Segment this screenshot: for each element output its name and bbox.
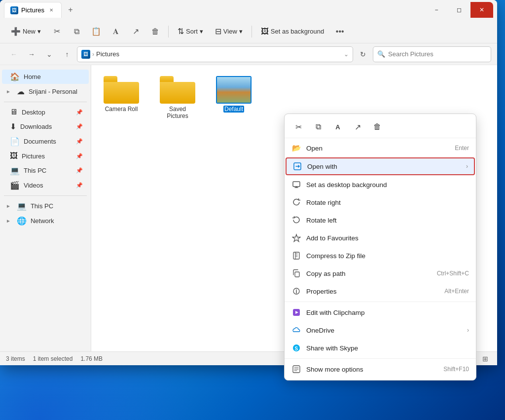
new-tab-button[interactable]: +: [64, 3, 77, 17]
sidebar-item-downloads[interactable]: ⬇ Downloads 📌: [2, 119, 89, 134]
ctx-onedrive[interactable]: OneDrive ›: [285, 321, 476, 339]
share-button[interactable]: ↗: [127, 23, 144, 40]
pictures-tab[interactable]: 🖼 Pictures ✕: [4, 2, 62, 18]
ctx-share-skype[interactable]: S Share with Skype: [285, 339, 476, 357]
ctx-copy-path-label: Copy as path: [306, 270, 432, 277]
ctx-properties-shortcut: Alt+Enter: [444, 288, 469, 295]
sidebar-divider-2: [4, 195, 87, 196]
sort-icon: ⇅: [178, 27, 184, 36]
paste-button[interactable]: 📋: [87, 23, 105, 40]
breadcrumb-bar[interactable]: 🖼 › Pictures ⌄: [77, 46, 353, 62]
network-icon: 🌐: [17, 216, 27, 226]
toolbar-separator-1: [168, 26, 169, 38]
view-chevron: ▾: [239, 28, 243, 35]
refresh-button[interactable]: ↻: [355, 46, 371, 62]
sidebar-item-desktop[interactable]: 🖥 Desktop 📌: [2, 105, 89, 119]
sidebar-srijani-label: Srijani - Personal: [29, 88, 77, 95]
sidebar-item-videos[interactable]: 🎬 Videos 📌: [2, 178, 89, 192]
cut-button[interactable]: ✂: [48, 23, 66, 40]
search-icon: 🔍: [377, 50, 385, 58]
ctx-delete-button[interactable]: 🗑: [369, 119, 385, 135]
ctx-open-with[interactable]: Open with ›: [286, 157, 475, 175]
sidebar-this-pc-2-label: This PC: [31, 202, 53, 210]
ctx-rotate-left[interactable]: Rotate left: [285, 211, 476, 229]
search-input[interactable]: [388, 50, 487, 58]
ctx-edit-clipchamp-label: Edit with Clipchamp: [306, 309, 469, 316]
tab-close-button[interactable]: ✕: [47, 6, 55, 14]
sidebar-videos-label: Videos: [24, 182, 43, 189]
sidebar-item-srijani[interactable]: ► ☁ Srijani - Personal: [2, 84, 89, 99]
context-menu: ✂ ⧉ A ↗ 🗑 📂 Open Enter Open with ›: [284, 114, 476, 381]
maximize-button[interactable]: ◻: [448, 2, 470, 18]
ctx-open-label: Open: [306, 145, 450, 152]
sidebar-pictures-label: Pictures: [22, 153, 45, 160]
ctx-rename-button[interactable]: A: [330, 119, 346, 135]
recent-locations-button[interactable]: ⌄: [41, 46, 57, 62]
sidebar-downloads-label: Downloads: [20, 123, 52, 130]
new-label: New: [23, 28, 36, 35]
ctx-share-button[interactable]: ↗: [350, 119, 365, 135]
copy-path-icon: [291, 268, 301, 278]
rotate-left-icon: [291, 215, 301, 225]
tab-label: Pictures: [21, 6, 44, 14]
ctx-properties[interactable]: Properties Alt+Enter: [285, 282, 476, 300]
window-controls: − ◻ ✕: [425, 2, 493, 18]
ctx-copy-path-shortcut: Ctrl+Shift+C: [437, 270, 469, 277]
documents-icon: 📄: [10, 137, 20, 146]
properties-icon: [291, 286, 301, 296]
tab-icon: 🖼: [10, 6, 18, 14]
sidebar-item-pictures[interactable]: 🖼 Pictures 📌: [2, 149, 89, 163]
this-pc-2-icon: 💻: [17, 201, 27, 211]
view-button[interactable]: ⊟ View ▾: [210, 24, 248, 38]
more-options-button[interactable]: •••: [331, 23, 349, 40]
close-button[interactable]: ✕: [470, 2, 493, 18]
ctx-edit-clipchamp[interactable]: Edit with Clipchamp: [285, 304, 476, 321]
ctx-show-more[interactable]: Show more options Shift+F10: [285, 360, 476, 378]
ctx-copy-path[interactable]: Copy as path Ctrl+Shift+C: [285, 265, 476, 282]
sort-button[interactable]: ⇅ Sort ▾: [173, 24, 208, 38]
sidebar-item-documents[interactable]: 📄 Documents 📌: [2, 134, 89, 149]
sidebar-item-home[interactable]: 🏠 Home: [2, 70, 89, 84]
breadcrumb-icon: 🖼: [81, 50, 90, 59]
ctx-open[interactable]: 📂 Open Enter: [285, 139, 476, 157]
set-as-background-button[interactable]: 🖼 Set as background: [256, 25, 329, 38]
back-button[interactable]: ←: [6, 46, 22, 62]
sidebar-item-this-pc[interactable]: 💻 This PC 📌: [2, 163, 89, 178]
skype-icon: S: [291, 343, 301, 353]
ctx-set-desktop-bg-label: Set as desktop background: [306, 181, 469, 189]
sidebar-divider-1: [4, 102, 87, 102]
videos-icon: 🎬: [10, 181, 20, 190]
sidebar-item-network[interactable]: ► 🌐 Network: [2, 214, 89, 228]
desktop-icon: 🖥: [10, 108, 18, 116]
folder-camera-roll[interactable]: Camera Roll: [99, 73, 144, 122]
ctx-compress-zip[interactable]: Compress to Zip file: [285, 247, 476, 265]
sidebar-item-this-pc-2[interactable]: ► 💻 This PC: [2, 199, 89, 213]
ctx-share-skype-label: Share with Skype: [306, 344, 469, 352]
ctx-open-with-arrow: ›: [466, 163, 468, 170]
ctx-cut-button[interactable]: ✂: [290, 119, 306, 135]
default-image-thumbnail: [216, 76, 252, 104]
copy-button[interactable]: ⧉: [68, 23, 85, 40]
rename-button[interactable]: 𝐀: [107, 23, 125, 40]
delete-button[interactable]: 🗑: [146, 23, 164, 40]
folder-saved-pictures[interactable]: Saved Pictures: [155, 73, 200, 122]
pin-icon-this-pc: 📌: [76, 167, 83, 174]
grid-view-toggle[interactable]: ⊞: [479, 353, 491, 365]
pictures-icon: 🖼: [10, 152, 18, 160]
new-button[interactable]: ➕ New ▾: [6, 24, 46, 38]
minimize-button[interactable]: −: [425, 2, 448, 18]
ctx-show-more-label: Show more options: [306, 366, 438, 373]
forward-button[interactable]: →: [24, 46, 39, 62]
ctx-open-with-label: Open with: [307, 163, 461, 170]
ctx-rotate-right[interactable]: Rotate right: [285, 193, 476, 211]
ctx-add-favourites[interactable]: Add to Favourites: [285, 229, 476, 247]
search-bar: 🔍: [373, 46, 491, 62]
pin-icon-pictures: 📌: [76, 153, 83, 159]
breadcrumb-dropdown[interactable]: ⌄: [344, 51, 349, 58]
file-default-image[interactable]: Default: [212, 73, 256, 122]
sort-label: Sort: [186, 28, 198, 35]
ctx-set-desktop-bg[interactable]: Set as desktop background: [285, 176, 476, 193]
camera-roll-folder-icon: [104, 76, 139, 104]
ctx-copy-button[interactable]: ⧉: [310, 119, 326, 135]
up-button[interactable]: ↑: [59, 46, 75, 62]
